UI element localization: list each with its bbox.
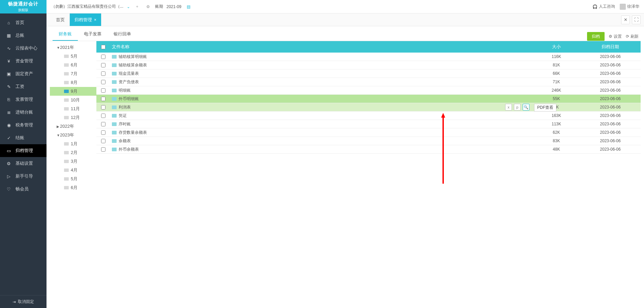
nav-item-11[interactable]: ⚙基础设置 [0, 157, 47, 170]
nav-item-13[interactable]: ♡畅会员 [0, 183, 47, 195]
fullscreen-button[interactable]: ⛶ [632, 16, 641, 24]
support-link[interactable]: 🎧 人工咨询 [592, 4, 615, 9]
row-checkbox[interactable] [101, 63, 105, 67]
table-row[interactable]: 余额表83K2023-06-06 [96, 137, 641, 145]
add-icon[interactable]: ＋ [133, 3, 141, 10]
nav-item-3[interactable]: ¥资金管理 [0, 55, 47, 67]
file-name: 资产负债表 [119, 79, 139, 85]
nav-icon: ⌂ [6, 20, 11, 25]
file-size: 163K [533, 113, 580, 118]
tree-month[interactable]: 6月 [50, 183, 96, 192]
row-checkbox[interactable] [101, 105, 105, 110]
nav-label: 发票管理 [16, 96, 33, 102]
sidebar-unpin[interactable]: ⇥ 取消固定 [0, 295, 47, 308]
row-checkbox[interactable] [101, 80, 105, 84]
pdf-preview-icon[interactable]: 🔍 [523, 104, 529, 111]
logo-brand: 畅捷通好会计 [8, 1, 38, 7]
company-selector[interactable]: （勿删）江西服宝精品有限责任公司（... [51, 4, 123, 9]
user-menu[interactable]: 徐泽华 [620, 4, 639, 10]
file-size: 81K [533, 63, 580, 67]
row-checkbox[interactable] [101, 55, 105, 59]
tree-year[interactable]: ▼2021年 [50, 43, 96, 52]
table-row[interactable]: 现金流量表66K2023-06-06 [96, 69, 641, 78]
table-row[interactable]: 外币余额表48K2023-06-06 [96, 145, 641, 154]
table-header: 文件名称 大小 归档日期 [96, 41, 641, 53]
tree-year-label: 2022年 [60, 123, 74, 129]
table-row[interactable]: 外币明细账55K2023-06-06 [96, 95, 641, 103]
file-icon [112, 122, 117, 126]
table-row[interactable]: 明细账246K2023-06-06 [96, 86, 641, 95]
tree-month[interactable]: 1月 [50, 140, 96, 148]
tree-month[interactable]: 10月 [50, 96, 96, 104]
table-row[interactable]: 利润表xp🔍PDF查看2K2023-06-06 [96, 103, 641, 112]
row-checkbox[interactable] [101, 88, 105, 93]
tree-month[interactable]: 5月 [50, 52, 96, 61]
tree-month[interactable]: 3月 [50, 157, 96, 166]
nav-item-12[interactable]: ▷新手引导 [0, 170, 47, 183]
page-tab[interactable]: 首页 [51, 13, 70, 26]
page-tab[interactable]: 归档管理× [70, 13, 101, 26]
archive-button[interactable]: 归档 [587, 32, 605, 41]
folder-icon [64, 177, 69, 181]
gear-icon[interactable]: ⚙ [144, 3, 152, 10]
nav-label: 税务管理 [16, 122, 33, 128]
nav-item-8[interactable]: ◉税务管理 [0, 119, 47, 131]
nav-item-1[interactable]: ▦总账 [0, 29, 47, 42]
table-row[interactable]: 资产负债表71K2023-06-06 [96, 78, 641, 86]
tree-year[interactable]: ▶2022年 [50, 122, 96, 131]
tree-month[interactable]: 11月 [50, 104, 96, 113]
tree-month[interactable]: 9月 [50, 87, 96, 96]
nav-item-10[interactable]: ▭归档管理 [0, 144, 47, 157]
row-checkbox[interactable] [101, 71, 105, 76]
sidebar: 畅捷通好会计 旗舰版 ⌂首页▦总账∿云报表中心¥资金管理▣固定资产✎工资⎘发票管… [0, 0, 47, 308]
settings-link[interactable]: ⚙ 设置 [609, 34, 622, 39]
refresh-link[interactable]: ⟳ 刷新 [626, 34, 639, 39]
nav-item-9[interactable]: ✓结账 [0, 131, 47, 144]
pdf-export-icon[interactable]: p [514, 104, 521, 111]
period-label: 账期 [155, 4, 163, 9]
sub-tab[interactable]: 银行回单 [108, 28, 137, 41]
calendar-icon[interactable]: ▤ [185, 3, 192, 10]
nav-label: 归档管理 [16, 148, 33, 154]
period-value[interactable]: 2021-09 [166, 4, 181, 9]
nav-item-0[interactable]: ⌂首页 [0, 16, 47, 29]
tree-month[interactable]: 4月 [50, 166, 96, 175]
nav-icon: ▦ [6, 33, 11, 38]
table-row[interactable]: 辅助核算明细账116K2023-06-06 [96, 53, 641, 61]
table-row[interactable]: 序时账113K2023-06-06 [96, 120, 641, 128]
tree-month[interactable]: 5月 [50, 175, 96, 183]
chevron-down-icon[interactable]: ⌄ [127, 4, 130, 9]
select-all-checkbox[interactable] [101, 45, 105, 49]
tab-close-icon[interactable]: × [94, 18, 96, 22]
folder-icon [64, 116, 69, 119]
tree-month[interactable]: 12月 [50, 113, 96, 122]
row-checkbox[interactable] [101, 97, 105, 101]
table-row[interactable]: 辅助核算余额表81K2023-06-06 [96, 61, 641, 69]
tree-month-label: 4月 [71, 167, 78, 173]
tree-month[interactable]: 2月 [50, 148, 96, 157]
sub-tab[interactable]: 财务账 [53, 28, 78, 41]
nav-item-6[interactable]: ⎘发票管理 [0, 93, 47, 106]
tree-month[interactable]: 7月 [50, 69, 96, 78]
row-checkbox[interactable] [101, 114, 105, 118]
tree-year[interactable]: ▼2023年 [50, 131, 96, 140]
row-checkbox[interactable] [101, 122, 105, 126]
nav-item-5[interactable]: ✎工资 [0, 80, 47, 93]
nav-item-7[interactable]: ≣进销台账 [0, 106, 47, 119]
tree-month[interactable]: 8月 [50, 78, 96, 87]
tree-month[interactable]: 6月 [50, 61, 96, 69]
nav-item-2[interactable]: ∿云报表中心 [0, 42, 47, 55]
sub-tabs-row: 财务账电子发票银行回单 归档 ⚙ 设置 ⟳ 刷新 [50, 29, 641, 41]
excel-export-icon[interactable]: x [505, 104, 512, 111]
nav-item-4[interactable]: ▣固定资产 [0, 67, 47, 80]
sub-tab[interactable]: 电子发票 [78, 28, 108, 41]
row-checkbox[interactable] [101, 130, 105, 135]
table-row[interactable]: 凭证163K2023-06-06 [96, 112, 641, 120]
row-checkbox[interactable] [101, 139, 105, 143]
archive-date: 2023-06-06 [580, 130, 641, 135]
table-row[interactable]: 存货数量余额表62K2023-06-06 [96, 128, 641, 137]
close-all-tabs-button[interactable]: ✕ [621, 16, 630, 24]
tree-month-label: 6月 [71, 185, 78, 191]
row-checkbox[interactable] [101, 147, 105, 152]
folder-icon [64, 151, 69, 154]
